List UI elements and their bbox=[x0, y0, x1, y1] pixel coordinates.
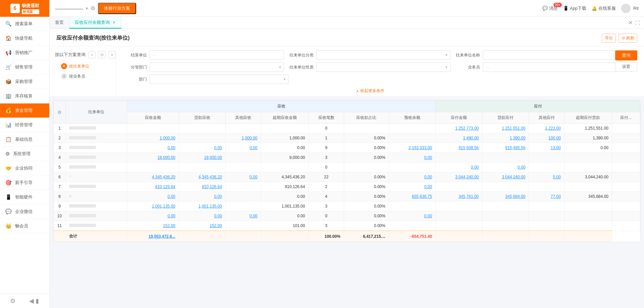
sidebar: 6 畅捷通财 标准版 🔍 搜索菜单 🏠 快捷导航 📢 营销推广 🛒 销售管理 📦… bbox=[0, 0, 50, 308]
partner-category-input[interactable]: ▾ bbox=[316, 50, 451, 60]
header-gear-icon[interactable]: ⚙ bbox=[91, 5, 95, 11]
service-icon: 🔔 bbox=[592, 6, 597, 11]
collapse-button[interactable]: ∧ 收起更多条件 bbox=[123, 87, 617, 95]
enterprise-icon: 🤝 bbox=[5, 165, 12, 171]
partner-nature-input[interactable]: ▾ bbox=[316, 62, 451, 72]
salesman-input[interactable]: ··· bbox=[483, 62, 617, 72]
refresh-button[interactable]: ↺ 刷新 bbox=[619, 34, 637, 43]
partner-name-input[interactable] bbox=[483, 50, 617, 60]
sidebar-item-enterprise[interactable]: 🤝 企业协同 bbox=[0, 161, 49, 176]
logo-badge: 标准版 bbox=[22, 9, 39, 14]
tab-home[interactable]: 首页 bbox=[50, 17, 69, 29]
sidebar-item-quick-nav[interactable]: 🏠 快捷导航 bbox=[0, 31, 49, 46]
tab-receivable[interactable]: 应收应付余额查询 ✕ bbox=[69, 17, 121, 29]
payable-group-header: 应付 bbox=[436, 101, 640, 112]
dept-input[interactable]: ▾ bbox=[150, 62, 284, 72]
footer-receivable-amount[interactable]: 19,553,472,6... bbox=[127, 231, 179, 242]
partner-category-label: 往来单位分类 bbox=[289, 52, 314, 58]
partner-cell bbox=[66, 202, 127, 211]
receivable-group-header: 应收 bbox=[127, 101, 436, 112]
table-row: 8P0.000.000.0040.00%655,636.75345,761.00… bbox=[54, 192, 640, 202]
online-service-button[interactable]: 🔔 在线客服 bbox=[592, 5, 616, 11]
table-row: 6^4,345,436.204,345,436.200.004,345,436.… bbox=[54, 172, 640, 182]
sidebar-item-member[interactable]: 👑 畅会员 bbox=[0, 219, 49, 233]
salesman-tree-icon: 业 bbox=[61, 73, 67, 79]
sidebar-item-hardware[interactable]: 📱 智能硬件 bbox=[0, 190, 49, 205]
export-button[interactable]: 导出 bbox=[602, 34, 616, 43]
department-input[interactable]: ▾ bbox=[150, 75, 288, 84]
tab-close-icon[interactable]: ✕ bbox=[112, 20, 116, 25]
field-partner-name: 往来单位名称 bbox=[456, 50, 617, 60]
table-row: 30.000.000.000.0090.00%2,153,333.00915,5… bbox=[54, 143, 640, 153]
settings-gear-icon[interactable]: ⚙ bbox=[10, 297, 15, 305]
system-icon: ⚙ bbox=[5, 151, 10, 157]
breadcrumb: ▬▬▬▬▬▬▬ bbox=[55, 6, 83, 11]
field-partner-category: 往来单位分类 ▾ bbox=[289, 50, 451, 60]
search-scheme-panel: 按以下方案查询 ＋ ⊙ « 单 按往来单位 业 按业务员 bbox=[50, 46, 116, 96]
payable-extra-header: 应付... bbox=[612, 112, 640, 124]
tree-item-partner[interactable]: 单 按往来单位 bbox=[58, 62, 116, 71]
user-avatar bbox=[621, 4, 631, 13]
tree-item-salesman[interactable]: 业 按业务员 bbox=[58, 72, 116, 81]
promo-button[interactable]: 体验行业方案 bbox=[98, 3, 136, 14]
partner-cell bbox=[66, 133, 127, 143]
sidebar-item-wechat[interactable]: 💬 企业微信 bbox=[0, 205, 49, 219]
field-salesman: 业务员 ··· bbox=[456, 62, 617, 72]
dept-label: 分管部门 bbox=[123, 64, 147, 70]
loan-receivable-header: 贷款应收 bbox=[179, 112, 225, 124]
field-partner-nature: 往来单位性质 ▾ bbox=[289, 62, 451, 72]
sidebar-item-basic[interactable]: 📋 基础信息 bbox=[0, 132, 49, 147]
collapse-icon: ∧ bbox=[356, 89, 359, 93]
field-settlement-unit: 结算单位 ··· bbox=[123, 50, 284, 60]
overdue-receivable-header: 超期应收金额 bbox=[261, 112, 309, 124]
table-settings-icon[interactable]: ⚙ bbox=[57, 109, 62, 115]
partner-cell bbox=[66, 182, 127, 192]
settlement-unit-input[interactable]: ··· bbox=[150, 50, 284, 60]
basic-icon: 📋 bbox=[5, 136, 12, 142]
setting-button[interactable]: 设置 bbox=[615, 62, 637, 72]
action-area: 查询 设置 bbox=[615, 50, 637, 72]
scheme-settings-button[interactable]: ⊙ bbox=[98, 51, 106, 58]
sidebar-item-purchase[interactable]: 📦 采购管理 bbox=[0, 75, 49, 89]
finance-icon: 💰 bbox=[5, 107, 12, 114]
sidebar-item-search-menu[interactable]: 🔍 搜索菜单 bbox=[0, 17, 49, 31]
data-table-container: ⚙ 往来单位 应收 应付 应收金额 贷款应收 其他应收 超 bbox=[53, 100, 641, 242]
collapse-icon[interactable]: ◀ ▮ bbox=[29, 297, 39, 305]
user-name: Rit bbox=[633, 6, 639, 11]
marketing-icon: 📢 bbox=[5, 50, 12, 56]
dropdown-arrow-icon[interactable]: ▾ bbox=[86, 6, 88, 11]
window-expand-icon[interactable]: ⛶ bbox=[635, 20, 640, 26]
add-scheme-button[interactable]: ＋ bbox=[88, 51, 96, 58]
tab-controls: ✕ ⛶ bbox=[624, 17, 644, 29]
user-menu[interactable]: Rit bbox=[621, 4, 639, 13]
salesman-label: 业务员 bbox=[456, 64, 480, 70]
collapse-scheme-button[interactable]: « bbox=[108, 51, 116, 58]
window-close-icon[interactable]: ✕ bbox=[628, 19, 633, 26]
sidebar-item-finance[interactable]: 💰 资金管理 bbox=[0, 103, 49, 118]
footer-payable-amount: -654,751.40 bbox=[389, 231, 435, 242]
footer-row: 合计 19,553,472,6... 100.00% 6,417,215....… bbox=[54, 231, 640, 242]
partner-cell bbox=[66, 124, 127, 133]
sidebar-item-system[interactable]: ⚙ 系统管理 bbox=[0, 147, 49, 161]
field-department: 部门 ▾ bbox=[123, 75, 288, 84]
sidebar-item-sales[interactable]: 🛒 销售管理 bbox=[0, 60, 49, 75]
sidebar-item-marketing[interactable]: 📢 营销推广 bbox=[0, 46, 49, 60]
data-table: ⚙ 往来单位 应收 应付 应收金额 贷款应收 其他应收 超 bbox=[53, 100, 640, 242]
partner-cell bbox=[66, 211, 127, 221]
app-download-button[interactable]: 📱 App下载 bbox=[563, 5, 586, 11]
sidebar-bottom: ⚙ ◀ ▮ bbox=[0, 294, 49, 308]
query-button[interactable]: 查询 bbox=[615, 50, 637, 60]
app-download-icon: 📱 bbox=[563, 6, 569, 11]
sidebar-item-guide[interactable]: 🎯 新手引导 bbox=[0, 176, 49, 190]
message-badge: 99+ bbox=[553, 3, 562, 7]
sidebar-item-operation[interactable]: 📊 经营管理 bbox=[0, 118, 49, 132]
sidebar-item-inventory[interactable]: 🏢 库存核算 bbox=[0, 89, 49, 103]
main-content: 应收应付余额查询(按往来单位) 导出 ↺ 刷新 按以下方案查询 ＋ ⊙ « 单 … bbox=[50, 29, 644, 308]
message-icon: 💬 bbox=[542, 6, 548, 11]
app-logo: 6 畅捷通财 标准版 bbox=[0, 0, 49, 17]
page-header: 应收应付余额查询(按往来单位) 导出 ↺ 刷新 bbox=[50, 29, 644, 46]
receivable-ratio-header: 应收款占比 bbox=[344, 112, 389, 124]
message-button[interactable]: 💬 消息 99+ bbox=[542, 5, 558, 11]
service-label: 在线客服 bbox=[598, 5, 616, 11]
wechat-icon: 💬 bbox=[5, 209, 12, 215]
